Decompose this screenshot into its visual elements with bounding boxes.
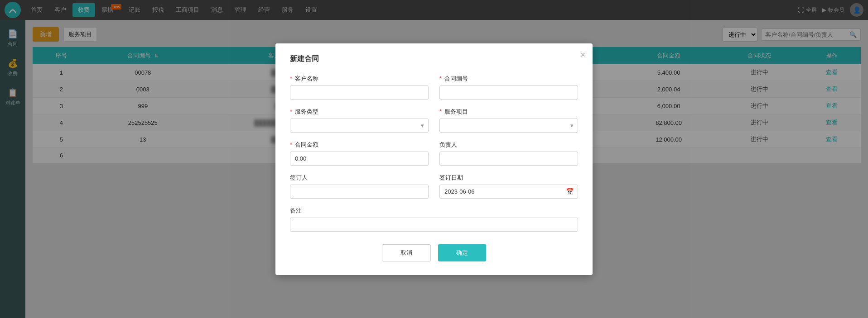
modal-form: * 客户名称 * 合同编号 * 服务类型 <box>290 75 578 199</box>
field-sign-date: 签订日期 📅 <box>439 174 578 199</box>
select-service-type[interactable] <box>290 119 429 133</box>
modal-close-button[interactable]: × <box>580 51 585 59</box>
required-star3: * <box>290 108 292 115</box>
service-type-wrapper <box>290 119 429 133</box>
select-service-item[interactable] <box>439 119 578 133</box>
field-responsible-person: 负责人 <box>439 141 578 166</box>
field-service-item: * 服务项目 <box>439 108 578 133</box>
field-service-type: * 服务类型 <box>290 108 429 133</box>
input-customer-name[interactable] <box>290 85 429 100</box>
input-responsible-person[interactable] <box>439 152 578 166</box>
confirm-button[interactable]: 确定 <box>438 244 486 261</box>
new-contract-modal: × 新建合同 * 客户名称 * 合同编号 <box>275 43 593 275</box>
field-contract-amount: * 合同金额 <box>290 141 429 166</box>
required-star: * <box>290 75 292 82</box>
input-contract-amount[interactable] <box>290 152 429 166</box>
label-contract-amount: * 合同金额 <box>290 141 429 149</box>
label-remarks: 备注 <box>290 207 578 215</box>
label-customer-name: * 客户名称 <box>290 75 429 83</box>
label-contract-no: * 合同编号 <box>439 75 578 83</box>
label-sign-date: 签订日期 <box>439 174 578 182</box>
field-contract-no: * 合同编号 <box>439 75 578 100</box>
modal-title: 新建合同 <box>290 54 578 64</box>
required-star4: * <box>439 108 442 115</box>
sign-date-wrapper: 📅 <box>439 185 578 199</box>
input-signer[interactable] <box>290 185 429 199</box>
required-star5: * <box>290 141 292 148</box>
label-responsible-person: 负责人 <box>439 141 578 149</box>
modal-footer: 取消 确定 <box>290 244 578 261</box>
input-contract-no[interactable] <box>439 85 578 100</box>
modal-overlay[interactable]: × 新建合同 * 客户名称 * 合同编号 <box>0 0 868 318</box>
required-star2: * <box>439 75 442 82</box>
field-signer: 签订人 <box>290 174 429 199</box>
field-customer-name: * 客户名称 <box>290 75 429 100</box>
label-service-item: * 服务项目 <box>439 108 578 116</box>
service-item-wrapper <box>439 119 578 133</box>
input-remarks[interactable] <box>290 218 578 232</box>
field-remarks: 备注 <box>290 207 578 232</box>
label-signer: 签订人 <box>290 174 429 182</box>
input-sign-date[interactable] <box>439 185 578 199</box>
label-service-type: * 服务类型 <box>290 108 429 116</box>
cancel-button[interactable]: 取消 <box>382 244 431 261</box>
